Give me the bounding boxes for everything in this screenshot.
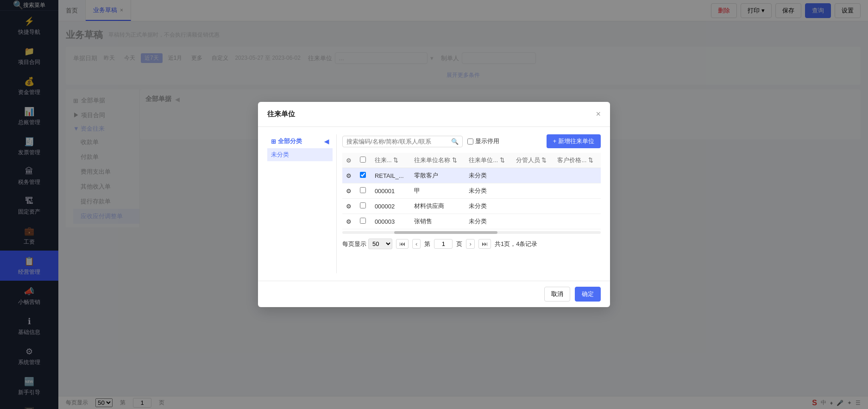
- dialog-header: 往来单位 ×: [258, 102, 610, 127]
- dialog-table-header-row: ⚙ 往来... ⇅ 往来单位名称 ⇅ 往来单位... ⇅ 分管人员 ⇅ 客户价格…: [342, 153, 601, 168]
- search-icon: 🔍: [451, 138, 459, 145]
- row-manager: [512, 199, 554, 214]
- confirm-button[interactable]: 确定: [575, 287, 601, 302]
- collapse-left-icon[interactable]: ◀: [324, 138, 329, 145]
- cancel-button[interactable]: 取消: [544, 287, 570, 302]
- dialog-right-panel: 🔍 显示停用 + 新增往来单位 ⚙: [337, 134, 601, 273]
- add-counterparty-button[interactable]: + 新增往来单位: [547, 134, 601, 148]
- total-info: 共1页，4条记录: [495, 240, 537, 248]
- next-page-button[interactable]: ›: [466, 239, 474, 249]
- row-checkbox[interactable]: [356, 168, 371, 183]
- scrollbar-thumb: [394, 231, 497, 234]
- row-name: 甲: [410, 183, 465, 199]
- dialog-pagination: 每页显示 50 100 200 ⏮ ‹ 第 页 ›: [342, 239, 601, 249]
- dialog-col-manager[interactable]: 分管人员 ⇅: [512, 153, 554, 168]
- row-checkbox[interactable]: [356, 214, 371, 229]
- dialog-table-scroll: ⚙ 往来... ⇅ 往来单位名称 ⇅ 往来单位... ⇅ 分管人员 ⇅ 客户价格…: [342, 153, 601, 234]
- dialog-body: ⊞ 全部分类 ◀ 未分类 🔍: [258, 127, 610, 281]
- show-disabled-label[interactable]: 显示停用: [467, 137, 499, 145]
- dialog-footer: 取消 确定: [258, 281, 610, 307]
- row-category: 未分类: [465, 183, 512, 199]
- row-category: 未分类: [465, 214, 512, 229]
- prev-page-button[interactable]: ‹: [412, 239, 421, 249]
- last-page-button[interactable]: ⏭: [478, 239, 491, 249]
- dialog-col-settings: ⚙: [342, 153, 356, 168]
- all-category-label[interactable]: 全部分类: [278, 137, 302, 145]
- row-price-level: [554, 168, 601, 183]
- horizontal-scrollbar[interactable]: [342, 231, 601, 234]
- page-label: 第: [424, 240, 430, 248]
- dialog-close-button[interactable]: ×: [596, 109, 601, 119]
- row-price-level: [554, 199, 601, 214]
- row-manager: [512, 183, 554, 199]
- dialog-overlay: 往来单位 × ⊞ 全部分类 ◀ 未分类: [0, 0, 868, 409]
- row-settings-icon: ⚙: [342, 183, 356, 199]
- dialog-toolbar: 🔍 显示停用 + 新增往来单位: [342, 134, 601, 148]
- show-disabled-checkbox[interactable]: [467, 138, 473, 145]
- row-name: 张销售: [410, 214, 465, 229]
- page-number-input[interactable]: [434, 239, 453, 249]
- row-name: 零散客户: [410, 168, 465, 183]
- dialog-table: ⚙ 往来... ⇅ 往来单位名称 ⇅ 往来单位... ⇅ 分管人员 ⇅ 客户价格…: [342, 153, 601, 229]
- row-name: 材料供应商: [410, 199, 465, 214]
- row-price-level: [554, 183, 601, 199]
- row-code: 000002: [371, 199, 410, 214]
- row-category: 未分类: [465, 168, 512, 183]
- per-page-label: 每页显示: [342, 240, 366, 248]
- dialog-col-name[interactable]: 往来单位名称 ⇅: [410, 153, 465, 168]
- dialog-category-header: ⊞ 全部分类 ◀: [267, 134, 333, 148]
- row-checkbox[interactable]: [356, 183, 371, 199]
- counterparty-dialog: 往来单位 × ⊞ 全部分类 ◀ 未分类: [258, 102, 610, 307]
- row-settings-icon: ⚙: [342, 214, 356, 229]
- row-settings-icon: ⚙: [342, 199, 356, 214]
- first-page-button[interactable]: ⏮: [396, 239, 409, 249]
- dialog-col-price[interactable]: 客户价格... ⇅: [554, 153, 601, 168]
- row-settings-icon: ⚙: [342, 168, 356, 183]
- dialog-search-input[interactable]: [346, 138, 449, 145]
- row-manager: [512, 214, 554, 229]
- dialog-col-checkbox: [356, 153, 371, 168]
- dialog-search-box: 🔍: [342, 136, 463, 147]
- row-category: 未分类: [465, 199, 512, 214]
- grid-category-icon: ⊞: [271, 138, 276, 145]
- per-page-control: 每页显示 50 100 200: [342, 239, 392, 249]
- row-code: RETAIL_...: [371, 168, 410, 183]
- dialog-table-body: ⚙ RETAIL_... 零散客户 未分类 ⚙ 000001 甲 未分类 ⚙ 0…: [342, 168, 601, 229]
- per-page-select[interactable]: 50 100 200: [368, 239, 392, 249]
- row-price-level: [554, 214, 601, 229]
- dialog-table-row[interactable]: ⚙ 000003 张销售 未分类: [342, 214, 601, 229]
- row-checkbox[interactable]: [356, 199, 371, 214]
- dialog-col-category[interactable]: 往来单位... ⇅: [465, 153, 512, 168]
- dialog-table-row[interactable]: ⚙ 000001 甲 未分类: [342, 183, 601, 199]
- dialog-table-row[interactable]: ⚙ RETAIL_... 零散客户 未分类: [342, 168, 601, 183]
- row-code: 000001: [371, 183, 410, 199]
- dialog-title: 往来单位: [267, 110, 295, 119]
- dialog-category-unclassified[interactable]: 未分类: [267, 148, 333, 161]
- dialog-inner: ⊞ 全部分类 ◀ 未分类 🔍: [267, 134, 601, 273]
- row-manager: [512, 168, 554, 183]
- dialog-table-row[interactable]: ⚙ 000002 材料供应商 未分类: [342, 199, 601, 214]
- page-unit: 页: [456, 240, 462, 248]
- dialog-col-code[interactable]: 往来... ⇅: [371, 153, 410, 168]
- dialog-select-all[interactable]: [360, 157, 366, 163]
- row-code: 000003: [371, 214, 410, 229]
- dialog-left-panel: ⊞ 全部分类 ◀ 未分类: [267, 134, 337, 273]
